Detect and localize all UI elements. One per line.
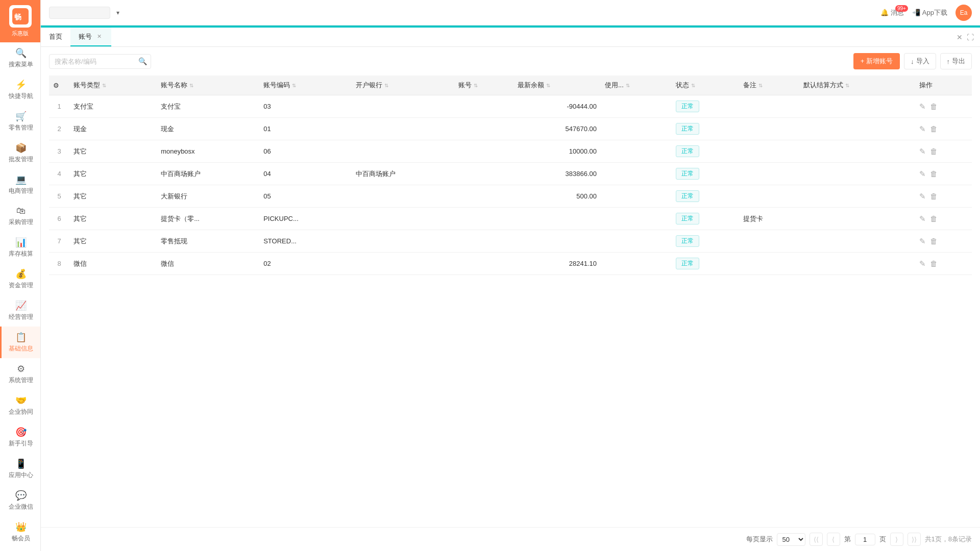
sort-usage-icon: ⇅ xyxy=(626,83,630,88)
tab-close-icon[interactable]: ✕ xyxy=(95,33,103,41)
system-icon: ⚙ xyxy=(17,363,25,374)
cell-default-settlement xyxy=(799,95,915,118)
sidebar-item-enterprise[interactable]: 🤝 企业协同 xyxy=(0,390,40,421)
sidebar: 畅 乐惠版 🔍 搜索菜单 ⚡ 快捷导航 🛒 零售管理 📦 批发管理 💻 电商管理… xyxy=(0,0,41,551)
th-remark[interactable]: 备注 ⇅ xyxy=(739,76,799,95)
sort-account-icon: ⇅ xyxy=(474,83,478,88)
export-button[interactable]: ↑ 导出 xyxy=(940,53,972,69)
th-usage[interactable]: 使用... ⇅ xyxy=(601,76,672,95)
delete-icon[interactable]: 🗑 xyxy=(930,259,938,268)
edit-icon[interactable]: ✎ xyxy=(919,102,926,111)
per-page-select[interactable]: 50 100 200 xyxy=(777,533,805,546)
cell-usage xyxy=(601,140,672,163)
cell-code: 06 xyxy=(259,140,352,163)
search-icon: 🔍 xyxy=(15,47,27,59)
close-page-icon[interactable]: ✕ xyxy=(957,33,963,41)
page-input[interactable] xyxy=(855,534,875,545)
last-page-button[interactable]: ⟩⟩ xyxy=(908,533,921,546)
bell-icon: 🔔 xyxy=(880,9,889,16)
edit-icon[interactable]: ✎ xyxy=(919,237,926,246)
sidebar-item-operations[interactable]: 📈 经营管理 xyxy=(0,295,40,327)
cell-remark xyxy=(739,95,799,118)
th-bank[interactable]: 开户银行 ⇅ xyxy=(352,76,454,95)
sidebar-item-purchase[interactable]: 🛍 采购管理 xyxy=(0,201,40,232)
delete-icon[interactable]: 🗑 xyxy=(930,169,938,178)
sidebar-item-wholesale[interactable]: 📦 批发管理 xyxy=(0,137,40,169)
import-button[interactable]: ↓ 导入 xyxy=(904,53,936,69)
delete-icon[interactable]: 🗑 xyxy=(930,124,938,133)
cell-remark xyxy=(739,253,799,275)
sidebar-item-ecommerce[interactable]: 💻 电商管理 xyxy=(0,169,40,201)
first-page-button[interactable]: ⟨⟨ xyxy=(810,533,823,546)
svg-text:畅: 畅 xyxy=(14,13,21,21)
cell-code: 02 xyxy=(259,253,352,275)
cell-no: 1 xyxy=(49,95,69,118)
tab-account[interactable]: 账号 ✕ xyxy=(70,28,111,46)
add-account-button[interactable]: + 新增账号 xyxy=(853,53,900,69)
th-status[interactable]: 状态 ⇅ xyxy=(672,76,740,95)
cell-status: 正常 xyxy=(672,253,740,275)
notification-button[interactable]: 🔔 消息 99+ xyxy=(880,8,904,17)
action-icons: ✎ 🗑 xyxy=(919,259,968,268)
sidebar-item-quick[interactable]: ⚡ 快捷导航 xyxy=(0,74,40,106)
sidebar-item-inventory[interactable]: 📊 库存核算 xyxy=(0,232,40,263)
cell-remark xyxy=(739,163,799,185)
delete-icon[interactable]: 🗑 xyxy=(930,147,938,156)
cell-name: 大新银行 xyxy=(157,185,259,208)
sidebar-item-finance[interactable]: 💰 资金管理 xyxy=(0,263,40,295)
app-download-button[interactable]: 📲 App下载 xyxy=(912,8,947,17)
cell-balance: 10000.00 xyxy=(513,140,601,163)
delete-icon[interactable]: 🗑 xyxy=(930,192,938,201)
cell-code: 04 xyxy=(259,163,352,185)
action-icons: ✎ 🗑 xyxy=(919,102,968,111)
phone-icon: 📲 xyxy=(912,9,920,16)
delete-icon[interactable]: 🗑 xyxy=(930,102,938,111)
sidebar-item-basic[interactable]: 📋 基础信息 xyxy=(0,327,40,358)
cell-type: 其它 xyxy=(69,230,157,253)
status-badge: 正常 xyxy=(676,145,699,157)
edit-icon[interactable]: ✎ xyxy=(919,124,926,134)
cell-action: ✎ 🗑 xyxy=(915,118,972,140)
th-balance[interactable]: 最新余额 ⇅ xyxy=(513,76,601,95)
cell-account xyxy=(454,253,513,275)
edit-icon[interactable]: ✎ xyxy=(919,192,926,201)
sidebar-item-vip[interactable]: 👑 畅会员 xyxy=(0,516,40,548)
sidebar-item-guide[interactable]: 🎯 新手引导 xyxy=(0,421,40,453)
sidebar-item-retail[interactable]: 🛒 零售管理 xyxy=(0,106,40,137)
search-input[interactable] xyxy=(49,54,151,69)
th-type[interactable]: 账号类型 ⇅ xyxy=(69,76,157,95)
sidebar-item-app-center[interactable]: 📱 应用中心 xyxy=(0,453,40,485)
delete-icon[interactable]: 🗑 xyxy=(930,214,938,223)
next-page-button[interactable]: ⟩ xyxy=(890,533,903,546)
dropdown-arrow-icon: ▾ xyxy=(116,9,119,16)
cell-name: 微信 xyxy=(157,253,259,275)
expand-icon[interactable]: ⛶ xyxy=(967,33,974,41)
th-account[interactable]: 账号 ⇅ xyxy=(454,76,513,95)
th-name[interactable]: 账号名称 ⇅ xyxy=(157,76,259,95)
cell-action: ✎ 🗑 xyxy=(915,163,972,185)
page-prefix-label: 第 xyxy=(844,535,851,544)
sidebar-item-system[interactable]: ⚙ 系统管理 xyxy=(0,358,40,390)
cell-action: ✎ 🗑 xyxy=(915,230,972,253)
notification-badge: 99+ xyxy=(895,5,908,12)
vip-icon: 👑 xyxy=(15,521,27,533)
user-avatar[interactable]: Ea xyxy=(955,5,972,21)
edit-icon[interactable]: ✎ xyxy=(919,147,926,156)
sidebar-item-corp-wechat[interactable]: 💬 企业微信 xyxy=(0,485,40,516)
header-search-input[interactable] xyxy=(49,7,110,19)
edit-icon[interactable]: ✎ xyxy=(919,259,926,268)
th-default-settlement[interactable]: 默认结算方式 ⇅ xyxy=(799,76,915,95)
home-tab-label: 首页 xyxy=(49,32,62,41)
sidebar-item-search[interactable]: 🔍 搜索菜单 xyxy=(0,42,40,74)
accounts-table: ⚙ 账号类型 ⇅ 账号名称 ⇅ xyxy=(49,76,972,275)
prev-page-button[interactable]: ⟨ xyxy=(827,533,840,546)
tab-home[interactable]: 首页 xyxy=(41,28,70,46)
th-code[interactable]: 账号编码 ⇅ xyxy=(259,76,352,95)
header-dropdown[interactable]: ▾ xyxy=(116,9,119,16)
cell-status: 正常 xyxy=(672,95,740,118)
delete-icon[interactable]: 🗑 xyxy=(930,237,938,245)
edit-icon[interactable]: ✎ xyxy=(919,169,926,179)
edit-icon[interactable]: ✎ xyxy=(919,214,926,223)
cell-bank xyxy=(352,118,454,140)
search-submit-icon[interactable]: 🔍 xyxy=(138,57,147,65)
